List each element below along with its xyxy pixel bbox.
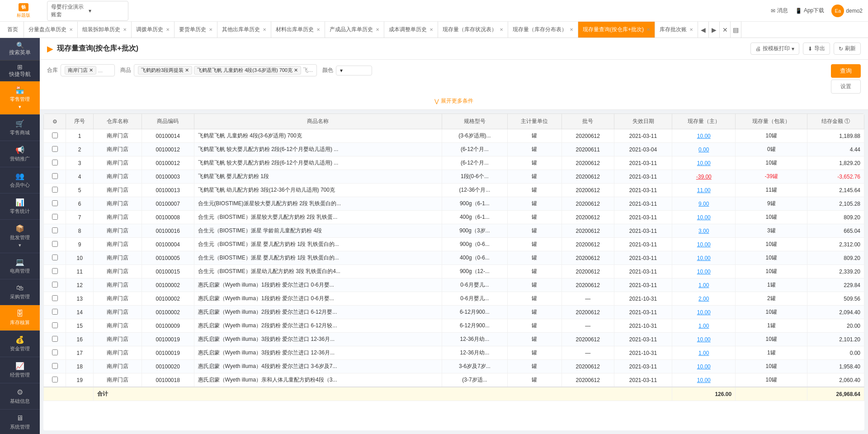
sidebar-item-marketing[interactable]: 📢 营销推广	[0, 141, 40, 167]
cell-checkbox[interactable]	[44, 373, 66, 387]
tab-other-out[interactable]: 其他出库单历史 ✕	[217, 22, 271, 38]
tab-cost-adjust-close[interactable]: ✕	[429, 27, 433, 32]
sidebar-item-system[interactable]: 🖥 系统管理	[0, 410, 40, 434]
cell-qty-main[interactable]: 1.00	[672, 319, 736, 333]
sidebar-item-ecommerce[interactable]: 💻 电商管理	[0, 253, 40, 279]
cell-checkbox[interactable]	[44, 346, 66, 360]
cell-qty-main[interactable]: 2.00	[672, 292, 736, 306]
cell-qty-main[interactable]: 10.00	[672, 156, 736, 170]
product-input[interactable]: 飞鹤奶粉3段两提装 ✕ 飞鹤星飞帆 儿童奶粉 4段(3-6岁适用) 700克 ✕…	[134, 64, 317, 76]
tab-inventory-query[interactable]: 现存量查询(按仓库+批次) ✕	[578, 22, 655, 38]
tab-disassemble-close[interactable]: ✕	[123, 27, 127, 32]
user-area[interactable]: Ea demo2	[831, 5, 863, 17]
tab-disassemble[interactable]: 组装拆卸单历史 ✕	[78, 22, 132, 38]
sidebar-item-wholesale[interactable]: 📦 批发管理 ▾	[0, 220, 40, 253]
cell-checkbox[interactable]	[44, 143, 66, 156]
tab-product-in-close[interactable]: ✕	[376, 27, 379, 32]
product-tag-2-close[interactable]: ✕	[294, 67, 298, 73]
cell-checkbox[interactable]	[44, 265, 66, 278]
cell-checkbox[interactable]	[44, 278, 66, 292]
tab-next-btn[interactable]: ▶	[709, 22, 720, 38]
cell-checkbox[interactable]	[44, 306, 66, 319]
sidebar-item-retail[interactable]: 🏪 零售管理 ▾	[0, 81, 40, 115]
col-settings[interactable]: ⚙	[44, 114, 66, 129]
export-btn[interactable]: ⬇ 导出	[803, 42, 830, 55]
cell-qty-main[interactable]: 10.00	[672, 333, 736, 346]
cell-checkbox[interactable]	[44, 129, 66, 143]
tab-close-all-btn[interactable]: ✕	[720, 22, 731, 38]
tab-menu-btn[interactable]: ▤	[731, 22, 741, 38]
cell-qty-main[interactable]: 9.00	[672, 197, 736, 211]
sidebar-quick-nav[interactable]: ⊞ 快捷导航	[0, 61, 40, 81]
message-btn[interactable]: ✉ 消息	[771, 7, 788, 14]
sidebar-search[interactable]: 🔍 搜索英单	[0, 38, 40, 61]
sidebar-item-finance[interactable]: 💰 资金管理	[0, 331, 40, 357]
sidebar-item-member[interactable]: 👥 会员中心	[0, 167, 40, 193]
cell-qty-main[interactable]: 1.00	[672, 278, 736, 292]
tab-split[interactable]: 分量盘点单历史 ✕	[24, 22, 78, 38]
cell-checkbox[interactable]	[44, 292, 66, 306]
sidebar-item-inventory[interactable]: 🗄 库存核算	[0, 305, 40, 331]
tab-cost-adjust[interactable]: 成本调整单历史 ✕	[384, 22, 438, 38]
query-btn[interactable]: 查询	[831, 64, 861, 78]
setting-btn[interactable]: 设置	[831, 80, 861, 94]
cell-checkbox[interactable]	[44, 319, 66, 333]
tab-product-in[interactable]: 产成品入库单历史 ✕	[325, 22, 384, 38]
tab-adjust[interactable]: 调拨单历史 ✕	[132, 22, 175, 38]
sidebar-item-retail-store[interactable]: 🛒 零售商城	[0, 115, 40, 141]
cell-checkbox[interactable]	[44, 211, 66, 224]
cell-qty-main[interactable]: 10.00	[672, 360, 736, 373]
product-tag-1-close[interactable]: ✕	[185, 67, 189, 73]
cell-qty-main[interactable]: 10.00	[672, 306, 736, 319]
product-more[interactable]: 飞...	[303, 66, 313, 74]
cell-qty-main[interactable]: 1.00	[672, 346, 736, 360]
settings-icon[interactable]: ⚙	[52, 118, 57, 125]
tab-requisition-close[interactable]: ✕	[209, 27, 212, 32]
refresh-btn[interactable]: ↻ 刷新	[834, 42, 861, 55]
cell-qty-main[interactable]: 0.00	[672, 143, 736, 156]
expand-filter-btn[interactable]: ▶	[47, 44, 53, 54]
tab-material-out[interactable]: 材料出库单历史 ✕	[271, 22, 325, 38]
cell-qty-main[interactable]: 3.00	[672, 224, 736, 238]
tab-requisition[interactable]: 要货单历史 ✕	[175, 22, 217, 38]
sidebar-item-basic[interactable]: ⚙ 基础信息	[0, 383, 40, 410]
tab-inventory-dist-close[interactable]: ✕	[570, 27, 573, 32]
sidebar-item-procurement[interactable]: 🛍 采购管理	[0, 279, 40, 305]
expand-more-btn[interactable]: ⋁ 展开更多条件	[434, 97, 473, 105]
tab-material-out-close[interactable]: ✕	[316, 27, 320, 32]
warehouse-tag-close[interactable]: ✕	[89, 67, 93, 73]
cell-qty-main[interactable]: 10.00	[672, 211, 736, 224]
color-input[interactable]: ▾	[336, 66, 372, 75]
cell-checkbox[interactable]	[44, 238, 66, 251]
cell-qty-main[interactable]: 10.00	[672, 251, 736, 265]
tab-inventory-status-close[interactable]: ✕	[500, 27, 503, 32]
tab-inventory-dist[interactable]: 现存量（库存分布表） ✕	[508, 22, 578, 38]
sidebar-item-retail-stats[interactable]: 📊 零售统计	[0, 193, 40, 220]
cell-checkbox[interactable]	[44, 197, 66, 211]
tab-inventory-status[interactable]: 现存量（库存状况表） ✕	[438, 22, 508, 38]
cell-qty-main[interactable]: 10.00	[672, 129, 736, 143]
workspace-selector[interactable]: 母婴行业演示账套 ▾	[47, 1, 128, 21]
print-btn[interactable]: 🖨 按模板打印 ▾	[750, 42, 799, 55]
tab-batch-voucher-close[interactable]: ✕	[689, 27, 693, 32]
tab-adjust-close[interactable]: ✕	[166, 27, 170, 32]
cell-checkbox[interactable]	[44, 184, 66, 197]
cell-checkbox[interactable]	[44, 251, 66, 265]
cell-checkbox[interactable]	[44, 170, 66, 184]
sidebar-item-operation[interactable]: 📈 经营管理	[0, 357, 40, 383]
cell-qty-main[interactable]: -39.00	[672, 170, 736, 184]
tab-batch-voucher[interactable]: 库存批次账 ✕	[655, 22, 698, 38]
cell-checkbox[interactable]	[44, 360, 66, 373]
app-download-btn[interactable]: 📱 App下载	[795, 7, 824, 14]
warehouse-more[interactable]: ...	[98, 67, 103, 74]
cell-checkbox[interactable]	[44, 156, 66, 170]
cell-qty-main[interactable]: 10.00	[672, 265, 736, 278]
tab-prev-btn[interactable]: ◀	[698, 22, 709, 38]
tab-home[interactable]: 首页	[2, 22, 24, 38]
cell-checkbox[interactable]	[44, 224, 66, 238]
cell-qty-main[interactable]: 10.00	[672, 373, 736, 387]
warehouse-input[interactable]: 南岸门店 ✕ ...	[61, 64, 115, 76]
tab-inventory-query-close[interactable]: ✕	[646, 27, 650, 32]
cell-qty-main[interactable]: 10.00	[672, 238, 736, 251]
tab-split-close[interactable]: ✕	[69, 27, 73, 32]
